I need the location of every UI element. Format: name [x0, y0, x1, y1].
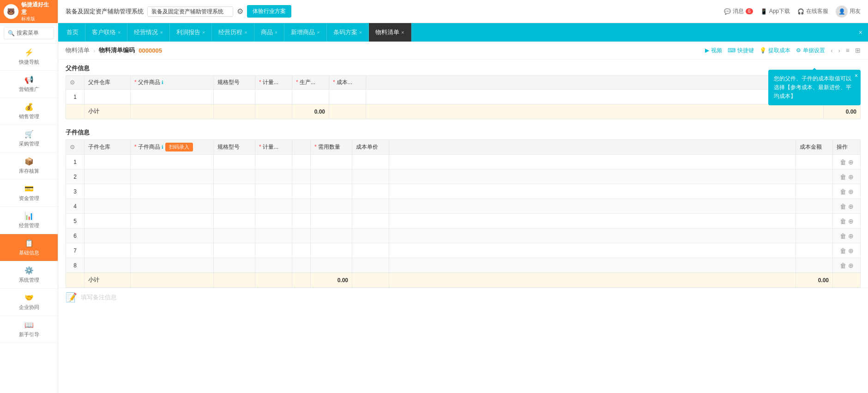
nav-next-button[interactable]: ›	[838, 47, 840, 54]
view-video-button[interactable]: ▶ 视频	[705, 47, 722, 54]
delete-icon[interactable]: 🗑	[840, 188, 846, 195]
child-row-product[interactable]	[131, 155, 214, 169]
child-row-spec[interactable]	[214, 258, 255, 273]
topbar-select[interactable]: 装备及固定资产辅助管理系统	[147, 6, 233, 17]
child-row-unit-price[interactable]	[352, 214, 389, 229]
delete-icon[interactable]: 🗑	[840, 158, 846, 166]
copy-icon[interactable]: ⊕	[848, 158, 854, 166]
child-row-unit[interactable]	[255, 258, 292, 273]
sidebar-item-business[interactable]: 📊 经营管理	[0, 207, 58, 234]
trial-button[interactable]: 体验行业方案	[247, 5, 291, 18]
nav-prev-button[interactable]: ‹	[831, 47, 832, 54]
sidebar-item-finance[interactable]: 💳 资金管理	[0, 180, 58, 207]
topbar-gear-icon[interactable]: ⚙	[237, 7, 243, 16]
sidebar-item-quick-nav[interactable]: ⚡ 快捷导航	[0, 43, 58, 71]
child-row-spec[interactable]	[214, 184, 255, 199]
delete-icon[interactable]: 🗑	[840, 173, 846, 181]
child-row-qty[interactable]	[311, 243, 352, 258]
tab-barcode-close[interactable]: ×	[359, 30, 362, 35]
sidebar-item-purchase[interactable]: 🛒 采购管理	[0, 125, 58, 152]
child-row-qty[interactable]	[311, 199, 352, 214]
child-row-warehouse[interactable]	[84, 169, 131, 184]
child-row-spec[interactable]	[214, 199, 255, 214]
shortcut-button[interactable]: ⌨ 快捷键	[728, 47, 754, 54]
delete-icon[interactable]: 🗑	[840, 203, 846, 210]
parent-row-cost[interactable]	[329, 90, 366, 104]
tab-home[interactable]: 首页	[60, 23, 85, 42]
parent-row-spec[interactable]	[214, 90, 255, 104]
tab-customer-close[interactable]: ×	[118, 30, 121, 35]
tab-panel-close[interactable]: ×	[855, 29, 866, 36]
child-row-qty[interactable]	[311, 155, 352, 169]
tab-operation-close[interactable]: ×	[160, 30, 163, 35]
child-row-qty[interactable]	[311, 258, 352, 273]
tab-new-product-close[interactable]: ×	[317, 30, 319, 35]
child-row-warehouse[interactable]	[84, 243, 131, 258]
child-row-unit[interactable]	[255, 243, 292, 258]
child-row-unit[interactable]	[255, 155, 292, 169]
child-row-qty[interactable]	[311, 229, 352, 243]
tab-customer[interactable]: 客户联络 ×	[85, 23, 127, 42]
parent-row-unit[interactable]	[255, 90, 292, 104]
child-row-unit-price[interactable]	[352, 258, 389, 273]
tab-history[interactable]: 经营历程 ×	[212, 23, 254, 42]
copy-icon[interactable]: ⊕	[848, 247, 854, 254]
child-row-unit-price[interactable]	[352, 243, 389, 258]
child-row-warehouse[interactable]	[84, 184, 131, 199]
child-row-warehouse[interactable]	[84, 214, 131, 229]
copy-icon[interactable]: ⊕	[848, 218, 854, 225]
parent-row-produce[interactable]	[292, 90, 329, 104]
tab-barcode[interactable]: 条码方案 ×	[327, 23, 369, 42]
child-row-spec[interactable]	[214, 214, 255, 229]
child-row-qty[interactable]	[311, 184, 352, 199]
tab-operation[interactable]: 经营情况 ×	[127, 23, 169, 42]
child-row-unit-price[interactable]	[352, 199, 389, 214]
child-row-warehouse[interactable]	[84, 258, 131, 273]
child-row-spec[interactable]	[214, 169, 255, 184]
copy-icon[interactable]: ⊕	[848, 203, 854, 210]
child-row-unit-price[interactable]	[352, 155, 389, 169]
parent-row-warehouse[interactable]	[84, 90, 131, 104]
child-row-product[interactable]	[131, 229, 214, 243]
sidebar-item-guide[interactable]: 📖 新手引导	[0, 316, 58, 343]
child-row-qty[interactable]	[311, 169, 352, 184]
tab-profit[interactable]: 利润报告 ×	[170, 23, 212, 42]
child-row-product[interactable]	[131, 199, 214, 214]
copy-icon[interactable]: ⊕	[848, 232, 854, 240]
sidebar-item-basic-info[interactable]: 📋 基础信息	[0, 234, 58, 261]
tab-profit-close[interactable]: ×	[202, 30, 205, 35]
delete-icon[interactable]: 🗑	[840, 262, 846, 269]
child-row-unit[interactable]	[255, 184, 292, 199]
child-row-unit[interactable]	[255, 199, 292, 214]
child-row-spec[interactable]	[214, 229, 255, 243]
bill-settings-button[interactable]: ⚙ 单据设置	[796, 47, 825, 54]
child-row-warehouse[interactable]	[84, 199, 131, 214]
online-service-button[interactable]: 🎧 在线客服	[797, 7, 828, 15]
child-row-unit-price[interactable]	[352, 229, 389, 243]
tab-bom-close[interactable]: ×	[401, 30, 404, 35]
list-view-button[interactable]: ⊞	[855, 47, 861, 54]
tab-new-product[interactable]: 新增商品 ×	[284, 23, 326, 42]
child-row-spec[interactable]	[214, 243, 255, 258]
sidebar-item-cooperation[interactable]: 🤝 企业协同	[0, 289, 58, 316]
tooltip-close-button[interactable]: ×	[855, 72, 858, 80]
delete-icon[interactable]: 🗑	[840, 232, 846, 240]
note-label[interactable]: 填写备注信息	[81, 293, 117, 302]
tab-product[interactable]: 商品 ×	[254, 23, 284, 42]
app-download-button[interactable]: 📱 App下载	[760, 7, 790, 15]
parent-gear-icon[interactable]: ⚙	[70, 79, 75, 86]
child-row-spec[interactable]	[214, 155, 255, 169]
scan-button[interactable]: 扫码录入	[165, 143, 193, 151]
child-row-unit[interactable]	[255, 229, 292, 243]
extract-cost-button[interactable]: 💡 提取成本	[760, 47, 790, 54]
child-row-product[interactable]	[131, 214, 214, 229]
child-row-unit[interactable]	[255, 169, 292, 184]
tab-product-close[interactable]: ×	[275, 30, 277, 35]
child-row-unit[interactable]	[255, 214, 292, 229]
child-row-product[interactable]	[131, 169, 214, 184]
sidebar-item-marketing[interactable]: 📢 营销推广	[0, 71, 58, 98]
copy-icon[interactable]: ⊕	[848, 173, 854, 181]
grid-view-button[interactable]: ≡	[846, 47, 850, 54]
child-row-product[interactable]	[131, 243, 214, 258]
child-row-unit-price[interactable]	[352, 184, 389, 199]
